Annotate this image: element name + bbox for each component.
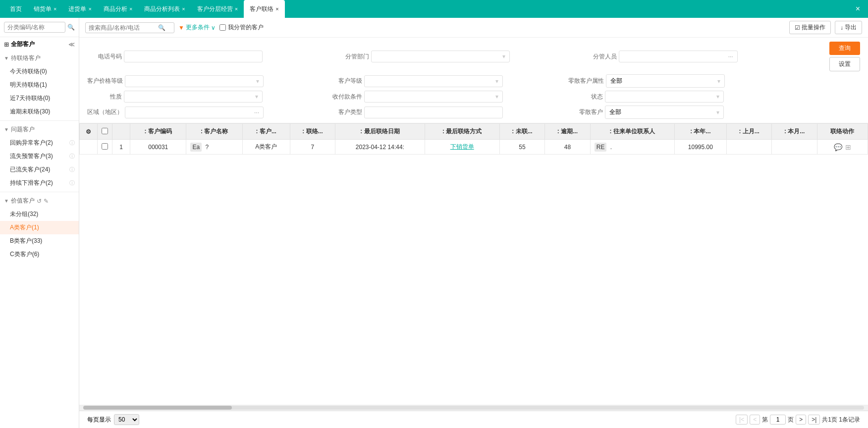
manager-input[interactable]: ··· bbox=[619, 51, 738, 62]
sidebar-item-tomorrow[interactable]: 明天待联络(1) bbox=[0, 78, 79, 92]
sidebar-item-class-c[interactable]: C类客户(6) bbox=[0, 248, 79, 261]
last-page-button[interactable]: >| bbox=[808, 415, 820, 425]
sidebar-group-value[interactable]: ▼ 价值客户 ↺ ✎ bbox=[0, 194, 79, 208]
sidebar-collapse-icon[interactable]: ≪ bbox=[68, 41, 75, 48]
batch-operation-button[interactable]: ☑ 批量操作 bbox=[789, 21, 831, 34]
arrow-down-icon-2: ▼ bbox=[4, 127, 9, 132]
last-month-column-header[interactable]: : 上月... bbox=[726, 124, 772, 140]
retail-attr-select[interactable]: 全部 ▾ bbox=[606, 74, 725, 88]
sidebar-group-pending[interactable]: ▼ 待联络客户 bbox=[0, 52, 79, 65]
sidebar-item-continuous-decline[interactable]: 持续下滑客户(2) ⓘ bbox=[0, 176, 79, 190]
name-column-header[interactable]: : 客户名称 bbox=[186, 124, 242, 140]
sidebar-item-overdue[interactable]: 逾期未联络(30) bbox=[0, 105, 79, 118]
info-icon-1[interactable]: ⓘ bbox=[69, 139, 75, 147]
code-column-header[interactable]: : 客户编码 bbox=[130, 124, 186, 140]
export-button[interactable]: ↓ 导出 bbox=[835, 21, 862, 34]
sidebar-item-repeat-abnormal[interactable]: 回购异常客户(2) ⓘ bbox=[0, 136, 79, 150]
nav-close-purchase[interactable]: × bbox=[88, 6, 91, 12]
info-icon-4[interactable]: ⓘ bbox=[69, 179, 75, 187]
divider-2 bbox=[0, 192, 79, 192]
nature-select[interactable]: ▾ bbox=[124, 91, 263, 103]
filter-search-input[interactable] bbox=[89, 24, 158, 31]
sidebar: 🔍 ⊞ 全部客户 ≪ ▼ 待联络客户 今天待联络(0) 明天待联络(1) 近7天… bbox=[0, 18, 79, 428]
settings-column-header[interactable]: ⚙ bbox=[80, 124, 98, 140]
filter-row-3: 性质 ▾ 收付款条件 ▾ 状态 bbox=[87, 91, 860, 103]
area-input[interactable]: ··· bbox=[125, 107, 264, 118]
filter-dept-field: 分管部门 ▾ bbox=[334, 51, 574, 62]
sidebar-item-class-a[interactable]: A类客户(1) bbox=[0, 221, 79, 234]
nav-purchase[interactable]: 进货单 × bbox=[62, 0, 97, 18]
query-button[interactable]: 查询 bbox=[829, 42, 860, 55]
price-level-select[interactable]: ▾ bbox=[125, 75, 264, 87]
gear-icon[interactable]: ⚙ bbox=[86, 128, 91, 135]
nav-analysis[interactable]: 商品分析 × bbox=[98, 0, 138, 18]
sidebar-group-problem[interactable]: ▼ 问题客户 bbox=[0, 123, 79, 136]
last-contact-method-column-header[interactable]: : 最后联络方式 bbox=[425, 124, 499, 140]
my-customers-filter[interactable]: 我分管的客户 bbox=[219, 23, 264, 32]
first-page-button[interactable]: |< bbox=[736, 415, 748, 425]
page-number-input[interactable] bbox=[770, 415, 786, 425]
next-page-button[interactable]: > bbox=[796, 415, 806, 425]
retail-customer-select[interactable]: 全部 ▾ bbox=[605, 106, 724, 119]
filter-more-button[interactable]: ▼ 更多条件 ∨ bbox=[178, 23, 216, 32]
sidebar-search-icon[interactable]: 🔍 bbox=[67, 24, 75, 31]
chat-action-icon[interactable]: 💬 bbox=[834, 143, 842, 151]
manager-dots-icon[interactable]: ··· bbox=[728, 53, 733, 60]
settings-button[interactable]: 设置 bbox=[829, 57, 860, 71]
overdue-column-header[interactable]: : 逾期... bbox=[545, 124, 591, 140]
nav-close-customer-contact[interactable]: × bbox=[275, 6, 278, 12]
sidebar-item-class-b[interactable]: B类客户(33) bbox=[0, 234, 79, 248]
nav-close-sales[interactable]: × bbox=[54, 6, 56, 12]
area-dots-icon[interactable]: ··· bbox=[254, 109, 259, 116]
sidebar-item-today[interactable]: 今天待联络(0) bbox=[0, 65, 79, 78]
select-all-checkbox[interactable] bbox=[102, 128, 108, 134]
filter-icon: ▼ bbox=[178, 24, 184, 31]
sidebar-item-lost-preview[interactable]: 流失预警客户(3) ⓘ bbox=[0, 150, 79, 163]
refresh-icon[interactable]: ↺ bbox=[37, 198, 42, 205]
sidebar-all-customers[interactable]: ⊞ 全部客户 ≪ bbox=[0, 37, 79, 52]
filter-retail-attr-field: 零散客户属性 全部 ▾ bbox=[568, 74, 801, 88]
horizontal-scrollbar[interactable] bbox=[79, 405, 868, 411]
row-checkbox[interactable] bbox=[102, 143, 108, 150]
customer-avatar: Ea bbox=[190, 143, 202, 152]
customer-type-column-header[interactable]: : 客户... bbox=[242, 124, 290, 140]
sidebar-item-7days[interactable]: 近7天待联络(0) bbox=[0, 92, 79, 105]
phone-input[interactable] bbox=[124, 51, 263, 62]
filter-row-1: 电话号码 分管部门 ▾ 分管人员 ··· bbox=[87, 42, 860, 71]
this-year-column-header[interactable]: : 本年... bbox=[674, 124, 726, 140]
sidebar-item-lost[interactable]: 已流失客户(24) ⓘ bbox=[0, 163, 79, 176]
sidebar-search-input[interactable] bbox=[4, 22, 65, 33]
contact-column-header[interactable]: : 联络... bbox=[290, 124, 335, 140]
status-select[interactable]: ▾ bbox=[605, 91, 724, 103]
sidebar-item-unclassified[interactable]: 未分组(32) bbox=[0, 208, 79, 221]
filter-search-icon[interactable]: 🔍 bbox=[158, 24, 165, 31]
row-last-month-cell bbox=[726, 140, 772, 155]
nav-close-customer-seg[interactable]: × bbox=[235, 6, 238, 12]
nav-analysis-list[interactable]: 商品分析列表 × bbox=[138, 0, 191, 18]
this-month-column-header[interactable]: : 本月... bbox=[772, 124, 817, 140]
info-icon-3[interactable]: ⓘ bbox=[69, 166, 75, 173]
nav-customer-contact[interactable]: 客户联络 × bbox=[244, 0, 284, 18]
nav-customer-seg[interactable]: 客户分层经营 × bbox=[191, 0, 244, 18]
nav-sales[interactable]: 销货单 × bbox=[28, 0, 62, 18]
unit-contact-column-header[interactable]: : 往来单位联系人 bbox=[590, 124, 674, 140]
payment-select[interactable]: ▾ bbox=[364, 91, 503, 103]
info-icon-2[interactable]: ⓘ bbox=[69, 153, 75, 160]
prev-page-button[interactable]: < bbox=[750, 415, 760, 425]
customer-type-input[interactable] bbox=[364, 107, 503, 118]
scroll-thumb[interactable] bbox=[83, 406, 232, 410]
nav-close-analysis-list[interactable]: × bbox=[182, 6, 185, 12]
main-layout: 🔍 ⊞ 全部客户 ≪ ▼ 待联络客户 今天待联络(0) 明天待联络(1) 近7天… bbox=[0, 18, 868, 428]
close-all-button[interactable]: × bbox=[852, 4, 864, 13]
customer-level-select[interactable]: ▾ bbox=[364, 75, 503, 87]
qr-action-icon[interactable]: ⊞ bbox=[845, 143, 851, 151]
nav-close-analysis[interactable]: × bbox=[129, 6, 132, 12]
last-contact-method-link[interactable]: 下销货单 bbox=[450, 143, 474, 150]
nav-home[interactable]: 首页 bbox=[4, 0, 28, 18]
dept-select[interactable]: ▾ bbox=[371, 51, 510, 62]
no-contact-column-header[interactable]: : 未联... bbox=[499, 124, 545, 140]
per-page-select[interactable]: 50 10 20 100 bbox=[114, 414, 139, 425]
edit-icon[interactable]: ✎ bbox=[44, 198, 49, 205]
last-contact-date-column-header[interactable]: : 最后联络日期 bbox=[335, 124, 425, 140]
my-customers-checkbox[interactable] bbox=[219, 24, 226, 31]
